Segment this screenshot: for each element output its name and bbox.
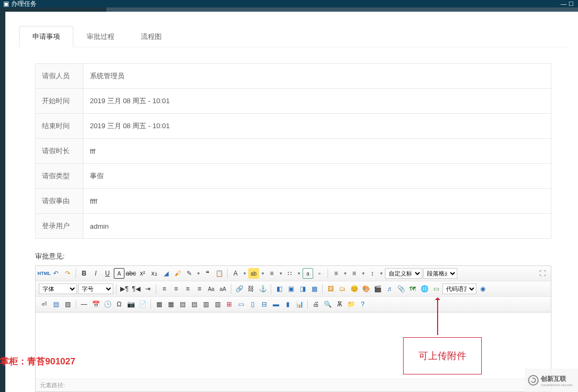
strikethrough-icon[interactable]: abc xyxy=(125,268,136,279)
tab-approval-process[interactable]: 审批过程 xyxy=(73,26,128,47)
snapscreen-icon[interactable]: 📷 xyxy=(125,299,136,310)
dropdown-icon[interactable]: ▾ xyxy=(361,271,366,276)
eraser-icon[interactable]: ◢ xyxy=(161,268,171,279)
background-icon[interactable]: ▨ xyxy=(62,299,73,310)
custom-style-select[interactable]: 自定义标题 xyxy=(385,268,422,279)
paste-plain-icon[interactable]: 📋 xyxy=(214,268,224,279)
bold-icon[interactable]: B xyxy=(79,268,89,279)
fullscreen-icon[interactable]: ⛶ xyxy=(537,268,548,279)
image-left-icon[interactable]: ◧ xyxy=(274,283,284,294)
help-icon[interactable]: ? xyxy=(357,299,368,310)
charts-icon[interactable]: 📊 xyxy=(294,299,305,310)
undo-icon[interactable]: ↶ xyxy=(51,268,61,279)
line-height-icon[interactable]: ≡ xyxy=(349,268,359,279)
ltr-icon[interactable]: ▶¶ xyxy=(119,283,130,294)
watermark-right: 创新互联 CHUANGXIN HULIAN xyxy=(525,369,578,392)
insert-col-icon[interactable]: ▥ xyxy=(200,299,211,310)
template-icon[interactable]: ▤ xyxy=(51,299,61,310)
link-icon[interactable]: 🔗 xyxy=(234,283,245,294)
paragraph-format-select[interactable]: 段落格式 xyxy=(423,268,457,279)
align-center-icon[interactable]: ≡ xyxy=(171,283,181,294)
scrawl-icon[interactable]: 🎨 xyxy=(361,283,371,294)
split-cells-icon[interactable]: ⊟ xyxy=(259,299,270,310)
emoji-icon[interactable]: 😊 xyxy=(349,283,359,294)
map-icon[interactable]: 🗺 xyxy=(407,283,418,294)
wordimage-icon[interactable]: 📄 xyxy=(137,299,148,310)
dropdown-icon[interactable]: ▾ xyxy=(296,271,301,276)
print-icon[interactable]: 🖨 xyxy=(311,299,321,310)
dropdown-icon[interactable]: ▾ xyxy=(260,271,265,276)
dropdown-icon[interactable]: ▾ xyxy=(342,271,348,276)
line-spacing-icon[interactable]: ↕ xyxy=(367,268,378,279)
maximize-button[interactable]: ☐ xyxy=(567,1,575,7)
insert-table-icon[interactable]: ▦ xyxy=(154,299,164,310)
ordered-list-icon[interactable]: ≡ xyxy=(266,268,277,279)
insert-frame-icon[interactable]: ▭ xyxy=(431,283,441,294)
dropdown-icon[interactable]: ▾ xyxy=(196,271,201,276)
align-right-icon[interactable]: ≡ xyxy=(182,283,193,294)
attachment-icon[interactable]: 📎 xyxy=(396,283,406,294)
image-right-icon[interactable]: ◨ xyxy=(297,283,308,294)
dropdown-icon[interactable]: ▾ xyxy=(242,271,247,276)
delete-col-icon[interactable]: ▥ xyxy=(212,299,223,310)
superscript-icon[interactable]: x² xyxy=(137,268,148,279)
preview-icon[interactable]: 🔍 xyxy=(322,299,333,310)
remove-format-icon[interactable]: ✎ xyxy=(184,268,195,279)
tab-flowchart[interactable]: 流程图 xyxy=(128,26,175,47)
new-page-icon[interactable]: ▫ xyxy=(314,268,325,279)
horizontal-rule-icon[interactable]: — xyxy=(79,299,89,310)
format-brush-icon[interactable]: 🖌 xyxy=(172,268,183,279)
backcolor-icon[interactable]: ab xyxy=(248,268,259,279)
minimize-button[interactable]: — xyxy=(560,1,567,7)
forecolor-icon[interactable]: A xyxy=(230,268,241,279)
font-family-select[interactable]: 字体 xyxy=(39,283,77,294)
dropdown-icon[interactable]: ▾ xyxy=(379,271,384,276)
touppercase-icon[interactable]: Aa xyxy=(206,283,216,294)
select-all-icon[interactable]: a xyxy=(303,268,313,279)
image-center-icon[interactable]: ▣ xyxy=(286,283,296,294)
unordered-list-icon[interactable]: ∷ xyxy=(284,268,295,279)
dropdown-icon[interactable]: ▾ xyxy=(278,271,283,276)
blockquote-icon[interactable]: ❝ xyxy=(202,268,213,279)
code-language-select[interactable]: 代码语言 xyxy=(442,283,476,294)
insert-row-icon[interactable]: ▤ xyxy=(177,299,188,310)
editor-toolbar-row-2: 字体 字号 ▶¶ ¶◀ ⇥ ≡ ≡ ≡ ≡ Aa aA 🔗 ⛓ ⚓ ◧ ▣ ◨ … xyxy=(36,281,551,297)
insert-image-multi-icon[interactable]: 🗂 xyxy=(337,283,348,294)
special-char-icon[interactable]: Ω xyxy=(114,299,124,310)
tab-application[interactable]: 申请事项 xyxy=(19,26,73,47)
merge-right-icon[interactable]: ▭ xyxy=(236,299,246,310)
html-source-button[interactable]: HTML xyxy=(39,268,49,279)
time-icon[interactable]: 🕒 xyxy=(102,299,113,310)
webapp-icon[interactable]: ◉ xyxy=(478,283,488,294)
video-icon[interactable]: 🎬 xyxy=(372,283,383,294)
image-none-icon[interactable]: ▦ xyxy=(309,283,320,294)
unlink-icon[interactable]: ⛓ xyxy=(246,283,256,294)
search-replace-icon[interactable]: Ѫ xyxy=(334,299,345,310)
split-rows-icon[interactable]: ▬ xyxy=(271,299,281,310)
tolowercase-icon[interactable]: aA xyxy=(217,283,228,294)
merge-down-icon[interactable]: ▯ xyxy=(247,299,258,310)
underline-icon[interactable]: U xyxy=(102,268,113,279)
delete-table-icon[interactable]: ▦ xyxy=(165,299,176,310)
align-justify-icon[interactable]: ≡ xyxy=(194,283,205,294)
subscript-icon[interactable]: x₂ xyxy=(149,268,160,279)
delete-row-icon[interactable]: ▤ xyxy=(189,299,199,310)
pagebreak-icon[interactable]: ⏎ xyxy=(39,299,49,310)
font-border-icon[interactable]: A xyxy=(114,268,124,279)
indent-icon[interactable]: ⇥ xyxy=(143,283,153,294)
split-cols-icon[interactable]: ▮ xyxy=(282,299,293,310)
align-left-icon[interactable]: ≡ xyxy=(159,283,170,294)
field-value: admin xyxy=(83,214,551,239)
font-size-select[interactable]: 字号 xyxy=(78,283,113,294)
redo-icon[interactable]: ↷ xyxy=(62,268,73,279)
drafts-icon[interactable]: 📁 xyxy=(346,299,356,310)
anchor-icon[interactable]: ⚓ xyxy=(257,283,268,294)
row-spacing-icon[interactable]: ≡ xyxy=(331,268,341,279)
italic-icon[interactable]: I xyxy=(90,268,101,279)
music-icon[interactable]: ♬ xyxy=(384,283,395,294)
insert-image-icon[interactable]: 🖼 xyxy=(325,283,336,294)
gmap-icon[interactable]: 🌐 xyxy=(419,283,430,294)
merge-cells-icon[interactable]: ⊞ xyxy=(224,299,234,310)
date-icon[interactable]: 📅 xyxy=(90,299,101,310)
rtl-icon[interactable]: ¶◀ xyxy=(131,283,141,294)
